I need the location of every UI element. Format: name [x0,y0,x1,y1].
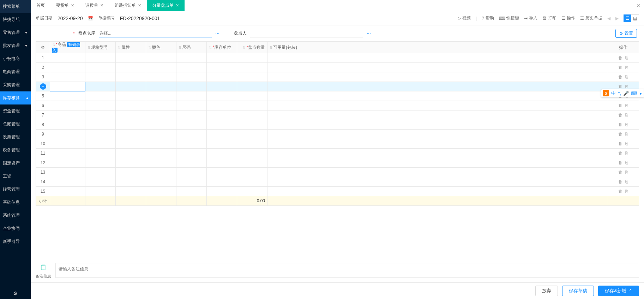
grid-cell[interactable] [267,91,607,101]
ime-mic-icon[interactable]: 🎤 [623,91,629,96]
grid-cell[interactable] [116,139,146,149]
grid-cell[interactable] [176,139,207,149]
grid-cell[interactable] [176,177,207,187]
grid-cell[interactable] [146,101,176,110]
grid-cell[interactable] [50,139,85,149]
grid-cell[interactable] [207,139,237,149]
grid-cell[interactable] [267,120,607,130]
grid-cell[interactable] [237,63,267,72]
delete-row-icon[interactable]: 🗑 [618,160,622,165]
grid-cell[interactable] [146,120,176,130]
grid-cell[interactable] [85,110,116,120]
grid-cell[interactable] [116,168,146,177]
delete-row-icon[interactable]: 🗑 [618,113,622,118]
grid-cell[interactable] [237,158,267,168]
copy-row-icon[interactable]: ⎘ [625,55,628,60]
view-detail-button[interactable]: ▤ [631,14,639,22]
copy-row-icon[interactable]: ⎘ [625,151,628,156]
grid-cell[interactable] [267,158,607,168]
grid-cell[interactable] [85,149,116,158]
grid-cell[interactable] [116,110,146,120]
grid-cell[interactable] [50,110,85,120]
grid-cell[interactable] [50,63,85,72]
grid-cell[interactable] [207,101,237,110]
delete-row-icon[interactable]: 🗑 [618,179,622,184]
operation-link[interactable]: ☰操作 [561,15,575,21]
table-row[interactable]: 15🗑⎘ [36,187,639,196]
col-color[interactable]: ⇅颜色 [146,42,176,53]
grid-cell[interactable] [116,53,146,63]
col-attr[interactable]: ⇅属性 [116,42,146,53]
sidebar-item-9[interactable]: 总账管理 [0,118,31,131]
add-row-icon[interactable]: + [40,83,46,90]
grid-cell[interactable] [116,177,146,187]
grid-cell[interactable] [267,110,607,120]
table-row[interactable]: 6🗑⎘ [36,101,639,110]
col-product[interactable]: ⇅*商品 扫码录入 [50,42,85,53]
grid-cell[interactable] [50,158,85,168]
grid-cell[interactable] [50,101,85,110]
ime-punct-icon[interactable]: °, [618,91,621,96]
grid-cell[interactable] [237,72,267,82]
grid-cell[interactable] [116,149,146,158]
table-row[interactable]: 7🗑⎘ [36,110,639,120]
grid-cell[interactable] [237,82,267,91]
sidebar-item-6[interactable]: 采购管理 [0,78,31,91]
copy-row-icon[interactable]: ⎘ [625,179,628,184]
ime-toolbar[interactable]: S 中 °, 🎤 ⌨ ▸ [601,89,644,97]
close-icon[interactable]: ✕ [100,3,103,8]
close-icon[interactable]: ✕ [71,3,74,8]
grid-cell[interactable] [50,72,85,82]
grid-cell[interactable] [85,82,116,91]
grid-cell[interactable] [237,168,267,177]
grid-cell[interactable] [85,72,116,82]
tab-3[interactable]: 组装拆卸单✕ [109,0,147,11]
col-qty[interactable]: ⇅*盘点数量 [237,42,267,53]
close-all-tabs-button[interactable]: ✕ [633,3,644,8]
grid-cell[interactable] [267,168,607,177]
grid-cell[interactable] [267,177,607,187]
grid-cell[interactable] [237,53,267,63]
sidebar-item-16[interactable]: 系统管理 [0,209,31,222]
grid-cell[interactable] [176,149,207,158]
grid-cell[interactable] [237,91,267,101]
delete-row-icon[interactable]: 🗑 [618,122,622,127]
grid-cell[interactable] [85,63,116,72]
grid-cell[interactable] [267,130,607,139]
save-draft-button[interactable]: 保存草稿 [562,286,594,296]
counter-input[interactable] [250,29,363,37]
grid-cell[interactable] [207,168,237,177]
sidebar-item-18[interactable]: 新手引导 [0,235,31,248]
grid-cell[interactable] [50,120,85,130]
grid-cell[interactable] [85,91,116,101]
table-row[interactable]: 12🗑⎘ [36,158,639,168]
grid-cell[interactable] [176,53,207,63]
grid-cell[interactable] [267,63,607,72]
grid-cell[interactable] [146,72,176,82]
copy-row-icon[interactable]: ⎘ [625,160,628,165]
grid-cell[interactable] [50,187,85,196]
table-row[interactable]: 13🗑⎘ [36,168,639,177]
sidebar-item-12[interactable]: 固定资产 [0,157,31,170]
grid-cell[interactable] [50,53,85,63]
table-row[interactable]: 11🗑⎘ [36,149,639,158]
sidebar-item-4[interactable]: 小畅电商 [0,52,31,65]
copy-row-icon[interactable]: ⎘ [625,122,628,127]
table-row[interactable]: 2🗑⎘ [36,63,639,72]
sidebar-item-11[interactable]: 税务管理 [0,144,31,157]
delete-row-icon[interactable]: 🗑 [618,141,622,146]
grid-cell[interactable] [267,149,607,158]
grid-cell[interactable] [176,82,207,91]
grid-cell[interactable] [207,120,237,130]
sidebar-item-17[interactable]: 企业协同 [0,222,31,235]
grid-cell[interactable] [146,149,176,158]
sidebar-item-14[interactable]: 经营管理 [0,183,31,196]
grid-cell[interactable] [146,130,176,139]
grid-cell[interactable] [267,139,607,149]
table-row[interactable]: 3🗑⎘ [36,72,639,82]
grid-cell[interactable] [85,158,116,168]
grid-cell[interactable] [116,63,146,72]
warehouse-input[interactable] [99,29,212,37]
grid-cell[interactable] [207,63,237,72]
grid-cell[interactable] [237,110,267,120]
